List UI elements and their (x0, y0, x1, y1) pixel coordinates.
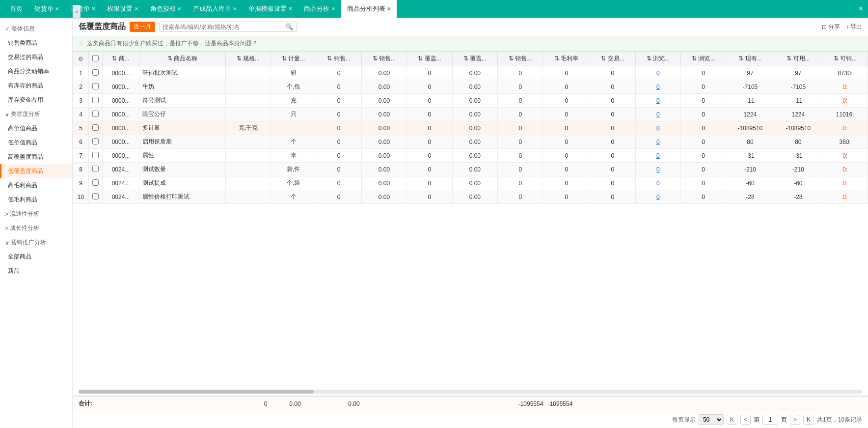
row-select-checkbox[interactable] (92, 111, 99, 117)
row-checkbox[interactable] (89, 135, 103, 149)
sidebar-item-low-value[interactable]: 低价值商品 (0, 136, 72, 150)
sidebar-item-stock-capital[interactable]: 库存资金占用 (0, 93, 72, 107)
row-checkbox[interactable] (89, 94, 103, 108)
sidebar-section-flow[interactable]: > 流通性分析 (0, 207, 72, 221)
row-checkbox[interactable] (89, 149, 103, 163)
row-select-checkbox[interactable] (92, 152, 99, 158)
sidebar-collapse-button[interactable]: « (73, 5, 81, 19)
nav-analysis-list[interactable]: 商品分析列表 × (341, 0, 397, 18)
sidebar-section-overall[interactable]: ✓ 整体信息 (0, 22, 72, 36)
row-browse1[interactable]: 0 (635, 163, 680, 176)
sidebar-item-new-goods[interactable]: 新品 (0, 264, 72, 278)
browse-link[interactable]: 0 (656, 84, 660, 90)
row-select-checkbox[interactable] (92, 124, 99, 131)
prev-page-button[interactable]: < (740, 415, 751, 425)
sidebar-item-category-rate[interactable]: 商品分类动销率 (0, 64, 72, 79)
nav-roles[interactable]: 角色授权 × (144, 0, 187, 18)
sort-icon: ⇅ (601, 55, 606, 62)
row-checkbox[interactable] (89, 190, 103, 204)
search-input[interactable] (163, 24, 285, 30)
row-available: -210 (774, 163, 822, 176)
row-browse1[interactable]: 0 (635, 94, 680, 108)
export-button[interactable]: ↑ 导出 (846, 23, 862, 31)
row-spec (225, 66, 271, 80)
sidebar-item-stock-goods[interactable]: 有库存的商品 (0, 79, 72, 93)
row-cov2: 0.00 (452, 121, 497, 135)
scrollbar-thumb[interactable] (79, 390, 314, 394)
row-checkbox[interactable] (89, 121, 103, 135)
select-all-checkbox[interactable] (92, 55, 99, 61)
browse-link[interactable]: 0 (656, 166, 660, 173)
browse-link[interactable]: 0 (656, 194, 660, 200)
row-num: 10 (73, 190, 89, 204)
row-select-checkbox[interactable] (92, 97, 99, 103)
nav-home[interactable]: 首页 (4, 0, 28, 18)
sidebar-section-cluster[interactable]: ∨ 类群度分析 (0, 107, 72, 121)
nav-products[interactable]: 产成品入库单 × (187, 0, 243, 18)
row-select-checkbox[interactable] (92, 193, 99, 200)
row-browse1[interactable]: 0 (635, 108, 680, 121)
star-icon: ☆ (79, 40, 84, 47)
row-select-checkbox[interactable] (92, 179, 99, 186)
time-filter-button[interactable]: 近一月 (130, 22, 155, 32)
row-available: 1224 (774, 108, 822, 121)
sidebar-item-sales-goods[interactable]: 销售类商品 (0, 36, 72, 50)
row-select-checkbox[interactable] (92, 83, 99, 89)
sidebar-item-traded-goods[interactable]: 交易过的商品 (0, 50, 72, 64)
browse-link[interactable]: 0 (656, 125, 660, 132)
row-select-checkbox[interactable] (92, 69, 99, 76)
row-browse1[interactable]: 0 (635, 66, 680, 80)
nav-analysis[interactable]: 商品分析 × (298, 0, 341, 18)
row-browse1[interactable]: 0 (635, 80, 680, 94)
sidebar-item-high-coverage[interactable]: 高覆盖度商品 (0, 150, 72, 164)
col-settings[interactable]: ⚙ (73, 52, 89, 66)
sidebar-item-all-goods[interactable]: 全部商品 (0, 250, 72, 264)
browse-link[interactable]: 0 (656, 180, 660, 187)
first-page-button[interactable]: K (727, 415, 737, 425)
row-browse1[interactable]: 0 (635, 190, 680, 204)
row-sales1: 0 (316, 163, 361, 176)
browse-link[interactable]: 0 (656, 139, 660, 145)
browse-link[interactable]: 0 (656, 111, 660, 118)
nav-permissions[interactable]: 权限设置 × (101, 0, 144, 18)
browse-link[interactable]: 0 (656, 70, 660, 77)
table-wrapper[interactable]: ⚙ ⇅ 商... ⇅ 商品名称 ⇅ 规格... ⇅ 计量... ⇅ 销售... … (73, 51, 868, 390)
row-browse1[interactable]: 0 (635, 176, 680, 190)
row-checkbox[interactable] (89, 163, 103, 176)
row-current: -7105 (726, 80, 774, 94)
sidebar-section-marketing[interactable]: ∨ 营销推广分析 (0, 235, 72, 250)
page-number-input[interactable] (762, 415, 778, 425)
row-browse1[interactable]: 0 (635, 135, 680, 149)
next-page-button[interactable]: > (790, 415, 800, 425)
row-browse1[interactable]: 0 (635, 121, 680, 135)
row-select-checkbox[interactable] (92, 138, 99, 144)
search-icon[interactable]: 🔍 (285, 23, 293, 30)
sidebar-section-growth[interactable]: > 成长性分析 (0, 221, 72, 235)
sidebar-item-low-coverage[interactable]: 低覆盖度商品 (0, 164, 72, 178)
row-sellable: 8730: (822, 66, 868, 80)
page-size-select[interactable]: 50 100 200 (699, 414, 724, 425)
nav-purchase[interactable]: 进货单 × (65, 0, 101, 18)
row-checkbox[interactable] (89, 176, 103, 190)
row-browse1[interactable]: 0 (635, 149, 680, 163)
nav-sales[interactable]: 销货单 × (28, 0, 65, 18)
horizontal-scrollbar[interactable] (79, 390, 862, 394)
row-checkbox[interactable] (89, 66, 103, 80)
row-num: 3 (73, 94, 89, 108)
table-row: 10 0024... 属性价格打印测试 个 0 0.00 0 0.00 0 0 … (73, 190, 868, 204)
row-cov2: 0.00 (452, 135, 497, 149)
row-checkbox[interactable] (89, 108, 103, 121)
row-checkbox[interactable] (89, 80, 103, 94)
sidebar-item-high-value[interactable]: 高价值商品 (0, 121, 72, 136)
nav-templates[interactable]: 单据模板设置 × (243, 0, 298, 18)
browse-link[interactable]: 0 (656, 97, 660, 104)
browse-link[interactable]: 0 (656, 152, 660, 159)
settings-icon[interactable]: ⚙ (78, 56, 83, 62)
last-page-button[interactable]: K (803, 415, 814, 425)
sidebar-item-low-margin[interactable]: 低毛利商品 (0, 193, 72, 207)
row-select-checkbox[interactable] (92, 166, 99, 172)
close-button[interactable]: × (859, 4, 863, 13)
sidebar-item-high-margin[interactable]: 高毛利商品 (0, 178, 72, 193)
export-label: 导出 (850, 23, 862, 31)
share-button[interactable]: ⊡ 分享 (822, 23, 840, 31)
